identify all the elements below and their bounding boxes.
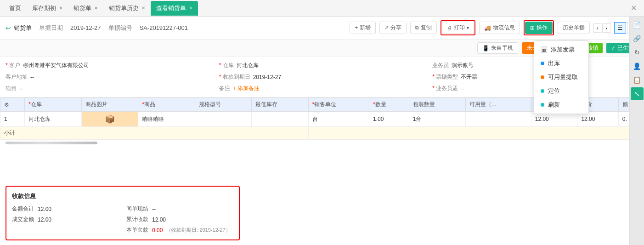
due-date-row: 收款到期日 2019-12-27 bbox=[219, 73, 425, 81]
owe-row: 本单欠款 0.00 （收款到期日: 2019-12-27） bbox=[126, 226, 233, 234]
operation-button[interactable]: ⊞ 操作 bbox=[525, 22, 553, 34]
tab-close-view-sales[interactable]: ✕ bbox=[189, 6, 192, 11]
available-qty-dot bbox=[541, 75, 544, 79]
row-image: 📦 bbox=[81, 112, 138, 127]
row-available bbox=[466, 112, 531, 127]
document-header: ↩ 销货单 单据日期 2019-12-27 单据编号 SA-20191227-0… bbox=[0, 17, 644, 40]
sidebar-doc-icon[interactable]: 📄 bbox=[631, 18, 644, 31]
owe-label: 本单欠款 bbox=[126, 226, 148, 234]
add-note-button[interactable]: + 添加备注 bbox=[233, 85, 260, 92]
tab-close-inventory[interactable]: ✕ bbox=[59, 6, 62, 11]
col-warehouse: *仓库 bbox=[25, 98, 81, 112]
new-button[interactable]: + 新增 bbox=[350, 22, 375, 34]
row-num: 1 bbox=[0, 112, 25, 127]
staff2-value: -- bbox=[461, 85, 464, 92]
tab-view-sales[interactable]: 查看销货单 ✕ bbox=[151, 1, 198, 16]
staff2-label: 业务员孟 bbox=[432, 85, 458, 92]
cumulative-value: 12.00 bbox=[152, 217, 166, 223]
col-available: 可用量（... bbox=[466, 98, 531, 112]
customer-row: 客户 柳州粤港平安气体有限公司 bbox=[6, 62, 212, 69]
tab-sales-history[interactable]: 销货单历史 ✕ bbox=[103, 1, 151, 16]
subtotal-label: 小计 bbox=[0, 127, 309, 140]
tab-sales[interactable]: 销货单 ✕ bbox=[68, 1, 103, 16]
logistics-button[interactable]: 🚚 物流信息 bbox=[479, 22, 520, 34]
print-dropdown-arrow[interactable]: ▾ bbox=[467, 25, 469, 30]
row-pack-qty: 1台 bbox=[409, 112, 465, 127]
owe-value: 0.00 bbox=[152, 227, 163, 234]
operation-dropdown: ▦ 添加发票 出库 可用量提取 定位 刷新 bbox=[534, 40, 589, 114]
sidebar-list-icon[interactable]: 📋 bbox=[631, 74, 644, 86]
payment-section: 收款信息 金额合计 12.00 同单现结 -- 成交金额 12.00 累计收款 … bbox=[6, 186, 240, 240]
col-qty: *数量 bbox=[369, 98, 409, 112]
col-pack-qty: 包装数量 bbox=[409, 98, 465, 112]
tab-close-sales[interactable]: ✕ bbox=[94, 6, 98, 11]
scroll-bar[interactable] bbox=[6, 142, 97, 144]
address-label: 客户地址 bbox=[6, 73, 28, 81]
transaction-label: 成交金额 bbox=[12, 216, 34, 223]
next-button[interactable]: › bbox=[602, 23, 610, 33]
row-product: 嘻嘻嘻嘻 bbox=[138, 112, 195, 127]
print-icon: 🖨 bbox=[447, 25, 452, 31]
prev-button[interactable]: ‹ bbox=[593, 23, 602, 33]
dropdown-location[interactable]: 定位 bbox=[534, 84, 588, 98]
tab-home[interactable]: 首页 bbox=[4, 1, 27, 16]
sidebar-expand-icon[interactable]: ⤡ bbox=[631, 87, 644, 100]
subtotal-empty bbox=[308, 127, 644, 140]
dropdown-refresh[interactable]: 刷新 bbox=[534, 98, 588, 112]
history-button[interactable]: 历史单据 bbox=[558, 22, 590, 34]
warehouse-row: 仓库 河北仓库 bbox=[219, 62, 425, 69]
list-view-button[interactable]: ☰ bbox=[614, 22, 626, 34]
project-value: -- bbox=[19, 85, 23, 92]
payment-title: 收款信息 bbox=[12, 192, 233, 200]
customer-label: 客户 bbox=[6, 62, 20, 69]
col-gear[interactable]: ⚙ bbox=[0, 98, 25, 112]
share-button[interactable]: ↗ 分享 bbox=[379, 22, 407, 34]
copy-button[interactable]: ⧉ 复制 bbox=[410, 22, 437, 34]
note-label: 备注 bbox=[219, 85, 230, 92]
date-value: 2019-12-27 bbox=[70, 24, 101, 31]
dropdown-outbound[interactable]: 出库 bbox=[534, 57, 588, 70]
project-label: 项目 bbox=[6, 85, 17, 92]
share-icon: ↗ bbox=[384, 25, 389, 31]
warehouse-value: 河北仓库 bbox=[237, 62, 259, 69]
refresh-dot bbox=[541, 103, 544, 107]
address-value: -- bbox=[30, 74, 34, 80]
col-min-stock: 最低库存 bbox=[252, 98, 308, 112]
phone-icon: 📱 bbox=[482, 45, 489, 51]
doc-title-text: 销货单 bbox=[14, 24, 32, 32]
window-close-button[interactable]: ✕ bbox=[627, 4, 640, 12]
sales-order-icon: ↩ bbox=[6, 24, 11, 32]
row-qty: 1.00 bbox=[369, 112, 409, 127]
due-date-label: 收款到期日 bbox=[219, 73, 250, 81]
document-title: ↩ 销货单 bbox=[6, 24, 32, 32]
project-row: 项目 -- bbox=[6, 85, 212, 92]
col-unit: *销售单位 bbox=[308, 98, 369, 112]
sidebar-user-icon[interactable]: 👤 bbox=[631, 60, 644, 73]
transaction-row: 成交金额 12.00 bbox=[12, 216, 119, 223]
document-actions: + 新增 ↗ 分享 ⧉ 复制 🖨 打印 ▾ bbox=[350, 20, 638, 35]
dropdown-available-qty[interactable]: 可用量提取 bbox=[534, 70, 588, 84]
payment-grid: 金额合计 12.00 同单现结 -- 成交金额 12.00 累计收款 12.00 bbox=[12, 205, 233, 234]
sidebar-refresh-icon[interactable]: ↻ bbox=[631, 46, 644, 59]
sidebar-link-icon[interactable]: 🔗 bbox=[631, 32, 644, 45]
ticket-type-label: 票据类型 bbox=[432, 73, 458, 81]
dropdown-add-invoice[interactable]: ▦ 添加发票 bbox=[534, 43, 588, 57]
transaction-value: 12.00 bbox=[38, 217, 51, 223]
same-bill-label: 同单现结 bbox=[126, 205, 148, 213]
from-phone-button[interactable]: 📱 来自手机 bbox=[477, 42, 518, 54]
operation-highlight-box: ⊞ 操作 bbox=[524, 20, 554, 35]
location-dot bbox=[541, 89, 544, 93]
print-button[interactable]: 🖨 打印 ▾ bbox=[442, 22, 474, 34]
tab-inventory[interactable]: 库存期初 ✕ bbox=[27, 1, 68, 16]
number-label: 单据编号 bbox=[108, 24, 132, 32]
tab-close-sales-history[interactable]: ✕ bbox=[141, 6, 145, 11]
due-date-value: 2019-12-27 bbox=[253, 74, 281, 80]
invoice-icon: ▦ bbox=[541, 46, 547, 53]
cumulative-label: 累计收款 bbox=[126, 216, 148, 223]
ticket-type-value: 不开票 bbox=[461, 73, 477, 81]
row-warehouse: 河北仓库 bbox=[25, 112, 81, 127]
tab-bar: 首页 库存期初 ✕ 销货单 ✕ 销货单历史 ✕ 查看销货单 ✕ ✕ bbox=[0, 0, 644, 17]
staff-label: 业务员 bbox=[432, 62, 449, 69]
operation-grid-icon: ⊞ bbox=[530, 25, 535, 31]
logistics-icon: 🚚 bbox=[484, 25, 491, 31]
